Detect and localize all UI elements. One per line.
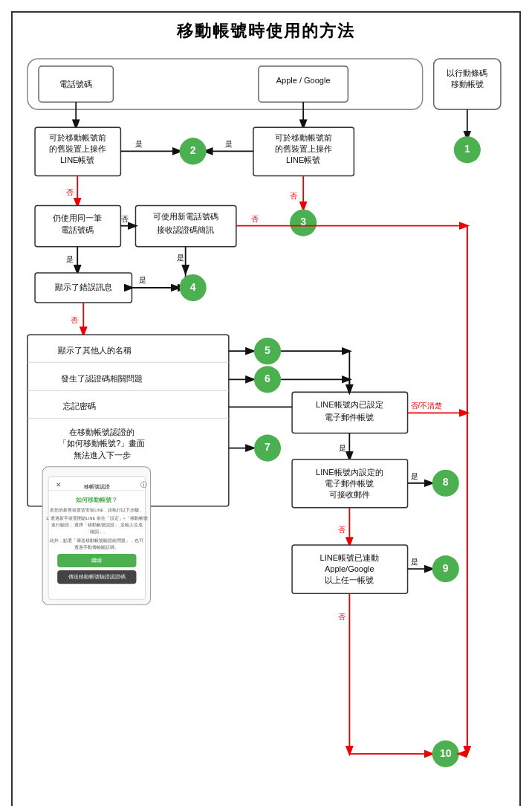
box-apple-google-1: LINE帳號已連動	[320, 553, 380, 562]
box-email-set-1: LINE帳號內已設定	[316, 400, 383, 409]
box-next-step-1: 在移動帳號認證的	[69, 428, 134, 436]
svg-text:是: 是	[66, 255, 74, 263]
box-same-phone-2: 電話號碼	[61, 225, 94, 234]
svg-text:否: 否	[338, 526, 346, 534]
page-container: 移動帳號時使用的方法 電話號碼 Apple / Google 以行動條碼 移動帳…	[11, 11, 521, 806]
svg-text:傳送移動帳號驗證認證碼: 傳送移動帳號驗證認證碼	[68, 574, 126, 579]
svg-text:否: 否	[338, 613, 346, 621]
box-old-phone-left-2: 的舊裝置上操作	[49, 144, 106, 153]
svg-text:是: 是	[411, 472, 418, 480]
box-new-sms-2: 接收認證碼簡訊	[157, 225, 214, 234]
box-old-phone-left: 可於移動帳號前	[49, 133, 106, 142]
svg-text:否: 否	[121, 215, 129, 223]
svg-text:是: 是	[225, 140, 233, 148]
box-old-phone-left-3: LINE帳號	[60, 155, 95, 164]
svg-text:是: 是	[177, 254, 184, 262]
svg-text:否: 否	[71, 316, 78, 324]
qr-label-line2: 移動帳號	[451, 80, 484, 88]
svg-text:是: 是	[139, 276, 146, 284]
svg-text:若您的新舊裝置皆安裝LINE，請執行以下步驟。: 若您的新舊裝置皆安裝LINE，請執行以下步驟。	[50, 507, 143, 512]
svg-text:✕: ✕	[56, 481, 62, 489]
box-next-step-3: 無法進入下一步	[74, 451, 131, 460]
box-apple-google-3: 以上任一帳號	[325, 576, 374, 584]
flowchart: 電話號碼 Apple / Google 以行動條碼 移動帳號 1 可於移動帳號前…	[20, 53, 512, 806]
svg-text:是: 是	[339, 444, 346, 452]
svg-text:1. 透過新手裝置開啟LINE 前往「設定」>「移動帳號: 1. 透過新手裝置開啟LINE 前往「設定」>「移動帳號	[46, 515, 148, 520]
box-next-step-2: 「如何移動帳號?」畫面	[59, 439, 145, 448]
box-auth-problem: 發生了認證碼相關問題	[61, 374, 143, 383]
apple-google-label: Apple / Google	[276, 76, 331, 85]
svg-text:移帳號認證: 移帳號認證	[84, 484, 110, 489]
svg-text:否: 否	[66, 188, 74, 196]
svg-text:繼續: 繼續	[91, 558, 102, 564]
svg-text:是: 是	[135, 140, 143, 148]
node-6-text: 6	[265, 373, 270, 384]
box-forgot-pw: 忘記密碼	[63, 402, 96, 410]
svg-text:否/不清楚: 否/不清楚	[411, 402, 443, 410]
box-old-phone-right: 可於移動帳號前	[275, 133, 332, 142]
box-same-phone: 仍使用同一筆	[52, 213, 102, 222]
svg-text:「確認」。: 「確認」。	[85, 529, 108, 534]
page-title: 移動帳號時使用的方法	[20, 20, 512, 42]
node-8-text: 8	[443, 476, 449, 488]
node-1-text: 1	[464, 143, 470, 155]
svg-text:此外，點選「傳送移動帳號驗證給問題」，也可: 此外，點選「傳送移動帳號驗證給問題」，也可	[50, 538, 143, 543]
node-2-text: 2	[190, 144, 196, 156]
box-old-phone-right-3: LINE帳號	[286, 155, 321, 164]
box-old-phone-right-2: 的舊裝置上操作	[275, 144, 332, 153]
box-email-set-2: 電子郵件帳號	[325, 413, 374, 422]
node-10-text: 10	[440, 747, 452, 759]
node-5-text: 5	[265, 344, 270, 356]
svg-text:是: 是	[411, 558, 418, 566]
qr-label-line1: 以行動條碼	[447, 68, 487, 77]
box-email-recv-3: 可接收郵件	[329, 490, 370, 499]
svg-text:否: 否	[290, 192, 297, 200]
box-error: 顯示了錯誤訊息	[55, 283, 112, 291]
box-apple-google-2: Apple/Google	[325, 564, 374, 573]
svg-text:ⓘ: ⓘ	[140, 481, 147, 489]
node-7-text: 7	[265, 441, 270, 453]
svg-text:透過手動傳輸驗証碼。: 透過手動傳輸驗証碼。	[74, 545, 119, 549]
box-other-name: 顯示了其他人的名稱	[58, 346, 132, 355]
node-9-text: 9	[443, 562, 449, 574]
box-email-recv-2: 電子郵件帳號	[325, 479, 374, 488]
svg-text:如何移動帳號？: 如何移動帳號？	[75, 497, 117, 503]
svg-text:進行驗證」:選擇「移動帳號認證」,並輸入生成: 進行驗證」:選擇「移動帳號認證」,並輸入生成	[51, 523, 143, 527]
phone-label: 電話號碼	[59, 80, 92, 88]
node-4-text: 4	[190, 281, 196, 293]
svg-text:否: 否	[251, 215, 259, 223]
box-email-recv-1: LINE帳號內設定的	[316, 468, 383, 477]
box-new-sms: 可使用新電話號碼	[153, 212, 218, 221]
